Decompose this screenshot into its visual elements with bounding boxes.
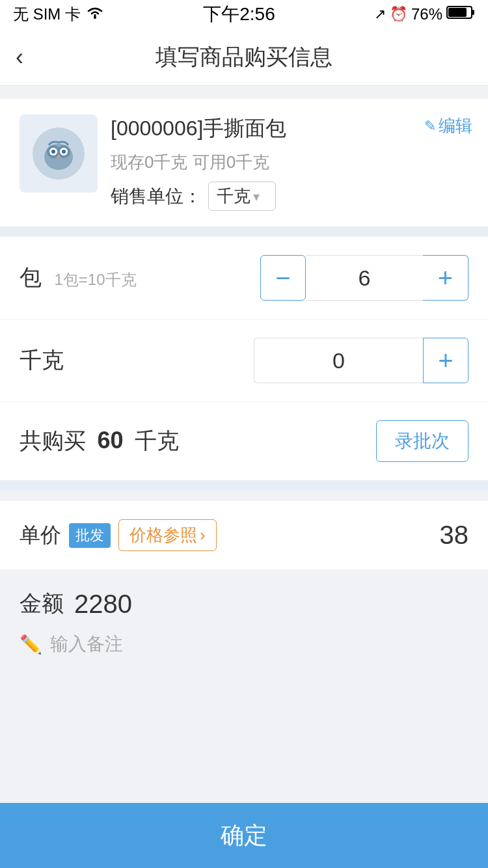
product-card: [0000006]手撕面包 现存0千克 可用0千克 销售单位： 千克 ▾ ✎ 编…: [0, 99, 488, 226]
product-stock: 现存0千克 可用0千克: [111, 151, 468, 174]
bao-stepper: − +: [260, 255, 468, 301]
edit-button[interactable]: ✎ 编辑: [424, 115, 472, 137]
wifi-icon: [86, 5, 104, 23]
svg-point-10: [62, 150, 66, 154]
unit-value: 千克: [217, 185, 251, 208]
total-unit: 千克: [135, 428, 179, 453]
total-amount: 60: [97, 427, 123, 454]
bao-label: 包 1包=10千克: [20, 263, 260, 293]
price-section: 单价 批发 价格参照 › 38: [0, 501, 488, 569]
bao-decrement-button[interactable]: −: [260, 255, 306, 301]
battery-label: 76%: [411, 5, 442, 23]
note-row[interactable]: ✏️ 输入备注: [20, 632, 468, 657]
status-bar: 无 SIM 卡 下午2:56 ↗ ⏰ 76%: [0, 0, 488, 29]
bao-input-section: 包 1包=10千克 − + 千克 +: [0, 237, 488, 402]
svg-point-0: [94, 16, 96, 19]
bao-hint: 1包=10千克: [54, 271, 136, 288]
back-button[interactable]: ‹: [16, 44, 23, 71]
kg-input[interactable]: [254, 338, 423, 383]
battery-icon: [446, 5, 475, 23]
page-title: 填写商品购买信息: [156, 42, 332, 72]
pencil-icon: ✏️: [20, 634, 42, 655]
price-separator: [0, 480, 488, 491]
carrier-label: 无 SIM 卡: [13, 4, 81, 25]
product-unit-row: 销售单位： 千克 ▾: [111, 182, 468, 211]
bao-input[interactable]: [306, 255, 423, 301]
total-row: 共购买 60 千克 录批次: [0, 402, 488, 480]
section-separator: [0, 226, 488, 237]
product-thumbnail: [33, 128, 85, 180]
product-name: [0000006]手撕面包: [111, 115, 468, 143]
price-label-group: 单价 批发 价格参照 ›: [20, 519, 217, 551]
bao-label-text: 包: [20, 265, 42, 290]
kg-label: 千克: [20, 346, 254, 375]
total-prefix: 共购买: [20, 428, 86, 453]
product-image: [20, 115, 98, 193]
bao-row: 包 1包=10千克 − +: [0, 237, 488, 319]
owl-icon: [36, 131, 81, 176]
bottom-spacer: [0, 670, 488, 748]
kg-increment-button[interactable]: +: [423, 338, 468, 383]
kg-stepper: +: [254, 338, 468, 383]
amount-section: 金额 2280 ✏️ 输入备注: [0, 569, 488, 670]
svg-rect-3: [448, 8, 467, 17]
batch-button[interactable]: 录批次: [376, 420, 468, 462]
svg-rect-2: [472, 10, 474, 15]
price-label: 单价: [20, 521, 61, 550]
product-info: [0000006]手撕面包 现存0千克 可用0千克 销售单位： 千克 ▾: [111, 115, 468, 211]
amount-label: 金额: [20, 589, 64, 619]
dropdown-arrow: ▾: [253, 189, 260, 204]
bao-increment-button[interactable]: +: [423, 255, 468, 301]
price-ref-button[interactable]: 价格参照 ›: [118, 519, 217, 551]
location-icon: ↗: [374, 6, 386, 23]
unit-dropdown[interactable]: 千克 ▾: [208, 182, 276, 211]
edit-icon: ✎: [424, 118, 436, 135]
note-placeholder: 输入备注: [50, 632, 123, 657]
confirm-button[interactable]: 确定: [0, 803, 488, 868]
status-left: 无 SIM 卡: [13, 4, 104, 25]
price-value: 38: [440, 521, 469, 550]
price-tag: 批发: [69, 523, 111, 548]
amount-row: 金额 2280: [20, 589, 468, 619]
kg-row: 千克 +: [0, 319, 488, 402]
nav-bar: ‹ 填写商品购买信息: [0, 29, 488, 86]
unit-label: 销售单位：: [111, 184, 202, 209]
amount-value: 2280: [74, 590, 132, 619]
alarm-icon: ⏰: [390, 6, 407, 23]
price-ref-arrow: ›: [200, 525, 206, 545]
status-right: ↗ ⏰ 76%: [374, 5, 475, 23]
price-ref-label: 价格参照: [129, 524, 197, 547]
status-time: 下午2:56: [203, 2, 275, 27]
edit-label: 编辑: [439, 115, 472, 137]
total-text: 共购买 60 千克: [20, 426, 179, 456]
svg-point-9: [51, 150, 55, 154]
